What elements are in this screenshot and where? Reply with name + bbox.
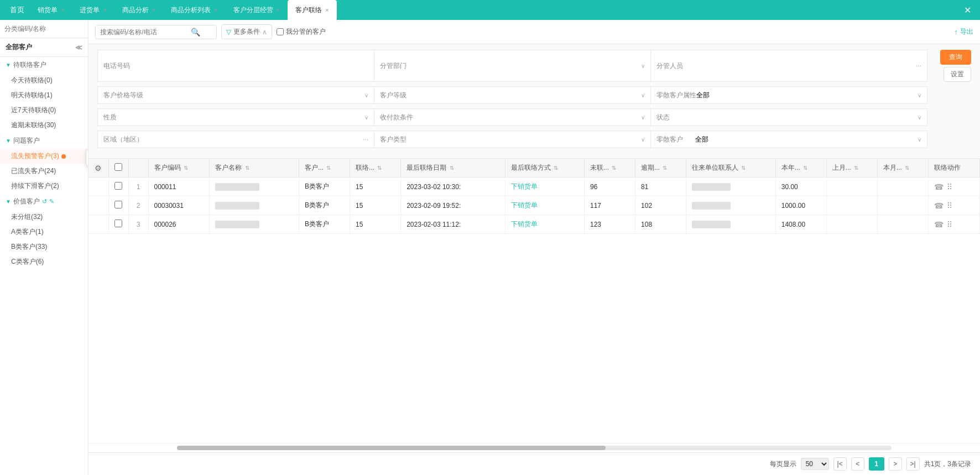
last-contact-type-link-2[interactable]: 下销货单	[511, 220, 538, 228]
filter-nature[interactable]: 性质 ∨	[97, 108, 374, 126]
person-dots-icon[interactable]: ···	[916, 62, 921, 70]
filter-customer-grade[interactable]: 客户等级 ∨	[374, 86, 651, 104]
action-menu-icon-1[interactable]: ⠿	[947, 201, 952, 210]
sidebar-group-title-problem[interactable]: ▼ 问题客户	[0, 133, 88, 149]
page-size-select[interactable]: 50 100 200	[801, 458, 829, 470]
filter-scatter-attr[interactable]: 零散客户属性 全部 ∨	[650, 86, 927, 104]
filter-payment[interactable]: 收付款条件 ∨	[374, 108, 651, 126]
col-last-month[interactable]: 上月... ⇅	[826, 159, 877, 178]
value-refresh-icon[interactable]: ↺	[42, 198, 47, 205]
sidebar-search-input[interactable]	[4, 25, 87, 33]
customer-grade-dropdown-icon[interactable]: ∨	[641, 92, 645, 98]
col-last-date[interactable]: 最后联络日期 ⇅	[401, 159, 505, 178]
nav-home[interactable]: 首页	[4, 0, 30, 20]
dept-dropdown-icon[interactable]: ∨	[641, 63, 645, 69]
sidebar-item-tomorrow[interactable]: 明天待联络(1)	[0, 88, 88, 103]
my-customers-checkbox[interactable]	[277, 28, 284, 35]
region-dots-icon[interactable]: ···	[363, 135, 368, 143]
filter-scatter-customer[interactable]: 零散客户 全部 ∨	[650, 131, 927, 148]
sidebar-item-c-class[interactable]: C类客户(6)	[0, 254, 88, 269]
payment-dropdown-icon[interactable]: ∨	[641, 114, 645, 121]
action-menu-icon-0[interactable]: ⠿	[947, 182, 952, 191]
action-phone-icon-2[interactable]: ☎	[934, 220, 943, 229]
sidebar-item-b-class[interactable]: B类客户(33)	[0, 239, 88, 254]
sidebar-item-7days[interactable]: 近7天待联络(0)	[0, 103, 88, 118]
filter-search-input[interactable]	[100, 28, 189, 36]
cell-checkbox-2[interactable]	[108, 215, 128, 234]
filter-dept[interactable]: 分管部门 ∨	[374, 50, 651, 82]
close-tab-2-icon[interactable]: ×	[152, 7, 155, 13]
sidebar-all-customers[interactable]: 全部客户 ≪	[0, 38, 88, 57]
value-edit-icon[interactable]: ✎	[49, 198, 54, 205]
nature-dropdown-icon[interactable]: ∨	[364, 114, 368, 121]
sidebar-item-overdue[interactable]: 逾期未联络(30)	[0, 118, 88, 133]
cell-last-type-1[interactable]: 下销货单	[505, 196, 584, 215]
horizontal-scrollbar[interactable]	[88, 443, 980, 452]
filter-status[interactable]: 状态 ∨	[650, 108, 927, 126]
status-dropdown-icon[interactable]: ∨	[918, 114, 921, 121]
scrollbar-thumb[interactable]	[177, 446, 606, 450]
sidebar-item-declining[interactable]: 持续下滑客户(2)	[0, 179, 88, 194]
cell-checkbox-1[interactable]	[108, 196, 128, 215]
filter-person[interactable]: 分管人员 ···	[650, 50, 927, 82]
close-tab-0-icon[interactable]: ×	[61, 7, 64, 13]
col-code[interactable]: 客户编码 ⇅	[148, 159, 210, 178]
action-phone-icon-0[interactable]: ☎	[934, 182, 943, 191]
col-history[interactable]: 往来单位联系人 ⇅	[686, 159, 776, 178]
col-contact[interactable]: 联络... ⇅	[350, 159, 401, 178]
nav-tab-2[interactable]: 商品分析 ×	[114, 0, 163, 20]
query-button[interactable]: 查询	[940, 50, 971, 65]
close-tab-3-icon[interactable]: ×	[214, 7, 217, 13]
sidebar-item-today[interactable]: 今天待联络(0)	[0, 73, 88, 88]
my-customers-checkbox-container[interactable]: 我分管的客户	[277, 27, 326, 36]
first-page-button[interactable]: |<	[833, 457, 847, 471]
cell-last-type-0[interactable]: 下销货单	[505, 178, 584, 196]
filter-search-icon[interactable]: 🔍	[191, 28, 200, 36]
filter-price-grade[interactable]: 客户价格等级 ∨	[97, 86, 374, 104]
last-contact-type-link-1[interactable]: 下销货单	[511, 201, 538, 209]
close-tab-1-icon[interactable]: ×	[103, 7, 106, 13]
price-grade-dropdown-icon[interactable]: ∨	[364, 92, 368, 98]
sidebar-item-a-class[interactable]: A类客户(1)	[0, 225, 88, 239]
scatter-attr-dropdown-icon[interactable]: ∨	[918, 92, 921, 98]
customer-type-dropdown-icon[interactable]: ∨	[641, 137, 645, 143]
cell-last-type-2[interactable]: 下销货单	[505, 215, 584, 234]
filter-more-button[interactable]: ▽ 更多条件 ∧	[221, 24, 272, 39]
nav-tab-3[interactable]: 商品分析列表 ×	[163, 0, 225, 20]
filter-phone-input[interactable]	[142, 62, 368, 70]
window-close-button[interactable]: ✕	[960, 6, 976, 15]
action-phone-icon-1[interactable]: ☎	[934, 201, 943, 210]
col-overdue[interactable]: 逾期... ⇅	[635, 159, 686, 178]
sidebar-group-title-pending[interactable]: ▼ 待联络客户	[0, 57, 88, 73]
close-tab-4-icon[interactable]: ×	[277, 7, 280, 13]
cell-checkbox-0[interactable]	[108, 178, 128, 196]
col-this-month[interactable]: 本月... ⇅	[877, 159, 928, 178]
sidebar-collapse-icon[interactable]: ≪	[75, 44, 82, 51]
row-checkbox-0[interactable]	[114, 182, 122, 190]
sidebar-item-churn-warning[interactable]: 流失预警客户(3)	[0, 149, 88, 164]
col-settings[interactable]: ⚙	[88, 159, 108, 178]
col-checkbox[interactable]	[108, 159, 128, 178]
nav-tab-1[interactable]: 进货单 ×	[72, 0, 114, 20]
settings-gear-icon[interactable]: ⚙	[95, 164, 102, 173]
col-uncontacted[interactable]: 未联... ⇅	[584, 159, 635, 178]
filter-region[interactable]: 区域（地区） ···	[97, 131, 374, 148]
settings-button[interactable]: 设置	[943, 67, 971, 82]
col-name[interactable]: 客户名称 ⇅	[210, 159, 299, 178]
filter-customer-type[interactable]: 客户类型 ∨	[374, 131, 651, 148]
sidebar-item-ungroup[interactable]: 未分组(32)	[0, 210, 88, 225]
last-contact-type-link-0[interactable]: 下销货单	[511, 182, 538, 190]
close-tab-5-icon[interactable]: ×	[325, 7, 329, 13]
row-checkbox-1[interactable]	[114, 201, 122, 208]
scatter-customer-dropdown-icon[interactable]: ∨	[918, 137, 921, 143]
prev-page-button[interactable]: <	[851, 457, 864, 471]
sidebar-group-title-value[interactable]: ▼ 价值客户 ↺ ✎	[0, 194, 88, 210]
last-page-button[interactable]: >|	[906, 457, 920, 471]
col-last-type[interactable]: 最后联络方式 ⇅	[505, 159, 584, 178]
action-menu-icon-2[interactable]: ⠿	[947, 220, 952, 229]
nav-tab-0[interactable]: 销货单 ×	[30, 0, 72, 20]
sidebar-item-churned[interactable]: 已流失客户(24)	[0, 164, 88, 179]
next-page-button[interactable]: >	[889, 457, 902, 471]
nav-tab-5[interactable]: 客户联络 ×	[288, 0, 336, 20]
col-type[interactable]: 客户... ⇅	[299, 159, 350, 178]
